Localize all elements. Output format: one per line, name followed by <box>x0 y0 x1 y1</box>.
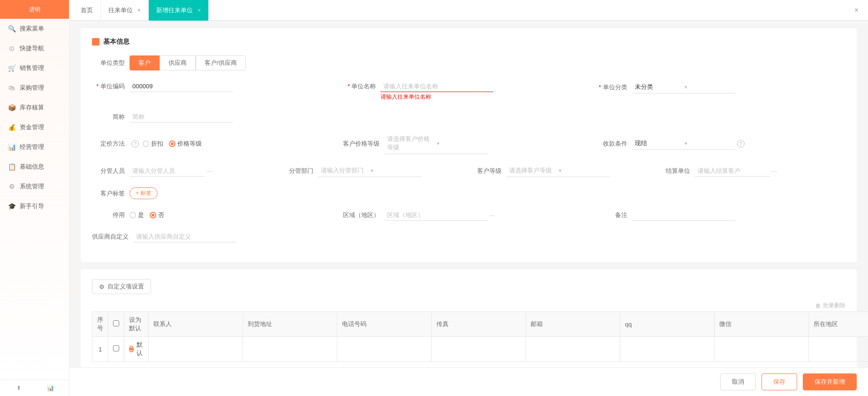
select-all-checkbox[interactable] <box>113 320 119 326</box>
sidebar-item-stock[interactable]: 📦 库存核算 <box>0 98 69 117</box>
radio-disabled-yes-dot <box>129 212 136 218</box>
sidebar-item-newbie[interactable]: 🎓 新手引导 <box>0 196 69 216</box>
short-name-input[interactable] <box>129 111 233 123</box>
row-region-input[interactable] <box>814 344 868 355</box>
save-new-button[interactable]: 保存并新增 <box>803 373 857 390</box>
row-wechat-input[interactable] <box>719 344 804 355</box>
supplier-custom-input[interactable] <box>133 231 236 242</box>
sidebar-item-operation[interactable]: 📊 经营管理 <box>0 137 69 157</box>
batch-delete-area[interactable]: 🗑 批量删除 <box>92 302 845 310</box>
remark-group: 备注 <box>594 210 845 221</box>
unit-type-both-btn[interactable]: 客户/供应商 <box>196 55 246 70</box>
sidebar-item-system[interactable]: ⚙ 系统管理 <box>0 177 69 196</box>
radio-discount-dot <box>143 140 149 147</box>
custom-settings-btn[interactable]: ⚙ 自定义项设置 <box>92 279 151 294</box>
radio-discount[interactable]: 折扣 <box>143 140 163 148</box>
table-row: 1 默认 <box>92 337 868 362</box>
sidebar-bottom-left[interactable]: ⬆ <box>5 385 33 391</box>
tab-new-partner[interactable]: 新增往来单位 × <box>149 0 209 21</box>
department-arrow: ▾ <box>371 168 419 174</box>
row-fax-input[interactable] <box>436 344 521 355</box>
sidebar-item-search[interactable]: 🔍 搜索菜单 <box>0 19 69 39</box>
row-contact-input[interactable] <box>153 344 238 355</box>
tab-new-partner-close[interactable]: × <box>198 7 201 14</box>
manager-input[interactable] <box>129 165 205 177</box>
unit-type-buttons: 客户 供应商 客户/供应商 <box>129 55 246 70</box>
unit-name-label: 单位名称 <box>343 82 381 91</box>
customer-level-select[interactable]: 请选择客户等级 ▾ <box>506 164 609 177</box>
tabbar-close-btn[interactable]: × <box>849 6 864 15</box>
settlement-input[interactable] <box>695 165 770 177</box>
department-group: 分管部门 请输入分管部门 ▾ <box>281 164 469 177</box>
unit-code-input[interactable] <box>129 81 233 92</box>
row-default-label: 默认 <box>136 341 144 357</box>
row-default-radio[interactable]: 默认 <box>129 341 144 357</box>
row-checkbox-cell <box>108 337 124 362</box>
sidebar-bottom-right[interactable]: 📊 <box>37 385 65 391</box>
row-default-dot <box>129 346 134 352</box>
tab-home[interactable]: 首页 <box>73 0 101 21</box>
customer-level-group: 客户等级 请选择客户等级 ▾ <box>469 164 657 177</box>
pricing-radio-group: 折扣 价格等级 <box>143 140 202 148</box>
unit-type-customer-btn[interactable]: 客户 <box>129 55 160 70</box>
sidebar-item-quicknav[interactable]: ⊙ 快捷导航 <box>0 39 69 58</box>
row-email <box>526 337 620 362</box>
sidebar-item-purchase[interactable]: 🛍 采购管理 <box>0 78 69 98</box>
add-tag-btn[interactable]: + 标签 <box>129 187 158 199</box>
pricing-help-icon[interactable]: ? <box>131 140 139 148</box>
sales-icon: 🛒 <box>8 64 16 72</box>
department-select[interactable]: 请输入分管部门 ▾ <box>318 164 421 177</box>
system-icon: ⚙ <box>8 182 16 191</box>
sidebar-item-finance[interactable]: 💰 资金管理 <box>0 117 69 137</box>
unit-code-group: 单位编码 <box>92 81 343 92</box>
col-address: 到货地址 <box>243 312 337 337</box>
unit-name-input[interactable] <box>381 81 493 92</box>
sidebar-item-label: 快捷导航 <box>20 44 44 53</box>
cancel-button[interactable]: 取消 <box>720 373 756 390</box>
radio-disabled-no[interactable]: 否 <box>150 211 164 219</box>
disabled-label: 停用 <box>92 211 129 219</box>
sidebar-item-label: 系统管理 <box>20 182 44 191</box>
tab-partner[interactable]: 往来单位 × <box>101 0 149 21</box>
sidebar-item-label: 销售管理 <box>20 64 44 72</box>
customer-tag-label: 客户标签 <box>92 189 129 198</box>
region-group: 区域（地区） ··· <box>343 210 594 221</box>
col-region: 所在地区 <box>809 312 868 337</box>
row-fax <box>432 337 526 362</box>
remark-input[interactable] <box>632 210 735 221</box>
customer-price-select[interactable]: 请选择客户价格等级 ▾ <box>384 133 487 154</box>
row-phone-input[interactable] <box>342 344 426 355</box>
contact-table: 序号 设为默认 联系人 到货地址 电话号码 传真 邮箱 qq 微信 所在地区 操… <box>92 311 868 362</box>
unit-type-supplier-btn[interactable]: 供应商 <box>160 55 196 70</box>
col-email: 邮箱 <box>526 312 620 337</box>
sidebar-logo: 进销 <box>0 0 69 19</box>
row-checkbox[interactable] <box>113 345 119 351</box>
payment-terms-help-icon[interactable]: ? <box>737 140 745 148</box>
purchase-icon: 🛍 <box>8 84 16 92</box>
unit-category-select[interactable]: 未分类 ▾ <box>632 81 735 93</box>
region-more-btn[interactable]: ··· <box>487 211 497 219</box>
sidebar-bottom: ⬆ 📊 <box>0 380 69 396</box>
col-fax: 传真 <box>432 312 526 337</box>
home-icon: ⊙ <box>8 44 16 53</box>
row-address-input[interactable] <box>248 344 332 355</box>
supplier-custom-label: 供应商自定义 <box>92 233 133 241</box>
pricing-row: 定价方法 ? 折扣 价格等级 客户价格等级 <box>92 133 845 156</box>
short-name-row: 简称 <box>92 111 845 124</box>
customer-price-arrow: ▾ <box>437 140 485 147</box>
col-default: 设为默认 <box>124 312 149 337</box>
tab-partner-close[interactable]: × <box>137 7 141 14</box>
batch-delete-label: 批量删除 <box>823 302 845 310</box>
payment-terms-select[interactable]: 现结 ▾ <box>632 137 735 150</box>
row-qq-input[interactable] <box>625 344 709 355</box>
radio-price-level[interactable]: 价格等级 <box>169 140 202 148</box>
settlement-more-btn[interactable]: ··· <box>770 167 779 175</box>
sidebar-item-basic[interactable]: 📋 基础信息 <box>0 157 69 177</box>
radio-disabled-yes[interactable]: 是 <box>129 211 144 219</box>
sidebar-item-sales[interactable]: 🛒 销售管理 <box>0 58 69 78</box>
row-email-input[interactable] <box>531 344 615 355</box>
manager-more-btn[interactable]: ··· <box>205 167 214 175</box>
save-button[interactable]: 保存 <box>761 373 797 390</box>
region-input[interactable] <box>384 210 487 221</box>
custom-settings-label: 自定义项设置 <box>107 282 144 291</box>
